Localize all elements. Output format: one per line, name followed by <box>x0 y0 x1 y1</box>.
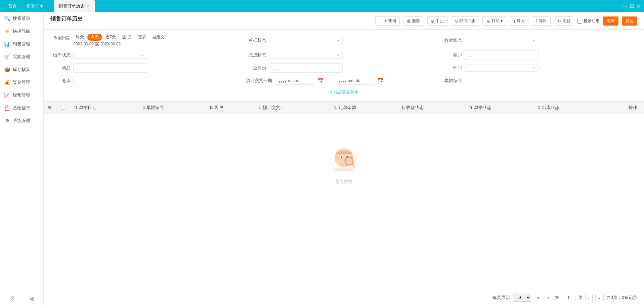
display-toggle-text: 显示明细 <box>584 18 600 24</box>
sidebar-item-sys-mgmt[interactable]: ⚙ 系统管理 <box>0 114 43 127</box>
table-header: ⚙ ⇅ 单据日期 ⇅ 单据编号 ⇅ 客户 <box>44 102 644 114</box>
query-button[interactable]: 查询 <box>603 16 618 26</box>
th-receipt-status-label: ⇅ 收款状态 <box>401 105 424 110</box>
tab-sales-order-close[interactable]: ✕ <box>46 4 49 8</box>
operation-mgmt-icon: 📈 <box>4 92 10 98</box>
th-doc-status[interactable]: ⇅ 单据状态 <box>465 102 533 114</box>
customer-input[interactable]: ... <box>465 50 539 60</box>
display-toggle-label[interactable]: 显示明细 <box>577 18 600 24</box>
tab-sales-order-history[interactable]: 销售订单历史 ✕ <box>54 0 95 12</box>
date-today-btn[interactable]: 今天 <box>87 34 102 41</box>
collapse-bar[interactable]: ∧ 收起更多条件 <box>50 87 637 97</box>
delivery-date-range: 📅 — 📅 <box>275 77 383 85</box>
sidebar-item-quick-nav[interactable]: ⚡ 快捷导航 <box>0 25 43 38</box>
sidebar-item-sales-mgmt-label: 销售管理 <box>13 41 30 47</box>
th-outbound-status[interactable]: ⇅ 出库状态 <box>533 102 601 114</box>
th-check[interactable] <box>57 102 70 114</box>
prev-page-button[interactable]: ‹ <box>545 294 552 301</box>
date-yesterday-btn[interactable]: 昨天 <box>73 34 87 41</box>
th-doc-status-label: ⇅ 单据状态 <box>469 105 491 110</box>
date-buttons: 昨天 今天 近7天 近1月 更多 自定义 <box>73 34 167 41</box>
dept-arrow-icon: ▾ <box>533 66 535 70</box>
th-delivery[interactable]: ⇅ 预计交货... <box>254 102 330 114</box>
collapse-label: ∧ 收起更多条件 <box>330 90 358 94</box>
filter-salesperson-item: 业务员 ... <box>246 63 441 73</box>
stop-button[interactable]: ⊘ 中止 <box>427 16 447 26</box>
filter-dept-item: 部门 ▾ <box>442 63 637 73</box>
import-button[interactable]: ⤵ 导入 <box>510 16 528 26</box>
table-body: 暂无数据 <box>44 114 644 212</box>
sidebar-item-basic-info[interactable]: 📋 基础信息 <box>0 102 43 114</box>
calendar-from-icon[interactable]: 📅 <box>318 78 324 83</box>
sidebar-item-operation-mgmt[interactable]: 📈 经营管理 <box>0 89 43 102</box>
sidebar-item-inventory-label: 库存核算 <box>13 67 30 73</box>
th-customer[interactable]: ⇅ 客户 <box>205 102 254 114</box>
dept-select[interactable]: ▾ <box>465 65 539 72</box>
tab-sales-order-history-label: 销售订单历史 <box>58 3 85 9</box>
filter-order-no-item: 单据编号 <box>442 76 637 85</box>
last-page-button[interactable]: » <box>595 294 604 301</box>
salesperson-input[interactable]: ... <box>269 63 343 73</box>
per-page-select[interactable]: 50 10 20 100 <box>513 294 531 302</box>
cancel-stop-button[interactable]: ⊘ 取消中止 <box>451 16 479 26</box>
tab-sales-order-history-close[interactable]: ✕ <box>87 4 90 8</box>
warehouse-input[interactable]: ... <box>73 76 147 85</box>
select-all-checkbox[interactable] <box>61 105 66 110</box>
tab-home-label: 首页 <box>8 3 17 9</box>
date-7days-btn[interactable]: 近7天 <box>103 34 119 41</box>
restore-icon[interactable]: □ <box>630 3 634 9</box>
dept-label: 部门 <box>442 65 462 71</box>
th-date[interactable]: ⇅ 单据日期 <box>70 102 138 114</box>
calendar-to-icon[interactable]: 📅 <box>378 78 383 83</box>
th-delivery-label: ⇅ 预计交货... <box>258 105 284 110</box>
page-unit: 页 <box>578 295 583 301</box>
tab-home[interactable]: 首页 <box>3 0 22 12</box>
filter-warehouse-item: 仓库 ... <box>50 76 246 85</box>
order-no-input[interactable] <box>465 79 539 82</box>
page-label: 第 <box>555 295 559 301</box>
th-no[interactable]: ⇅ 单据编号 <box>138 102 206 114</box>
delete-button[interactable]: 🗑 删除 <box>403 16 424 26</box>
minimize-icon[interactable]: — <box>622 3 628 9</box>
sidebar-item-inventory[interactable]: 📦 库存核算 <box>0 63 43 76</box>
page-input[interactable] <box>562 294 575 301</box>
complete-select[interactable]: ▾ <box>269 52 343 59</box>
delivery-date-to[interactable] <box>335 77 375 85</box>
th-gear[interactable]: ⚙ <box>44 102 57 114</box>
date-1month-btn[interactable]: 近1月 <box>119 34 135 41</box>
outbound-select[interactable]: ▾ <box>73 52 147 59</box>
print-button[interactable]: 🖨 打印 ▾ <box>482 16 506 26</box>
setting-button[interactable]: 设置 <box>622 16 637 26</box>
sidebar-collapse-icon[interactable]: ◀ <box>29 295 34 302</box>
sidebar-item-sales-mgmt[interactable]: 📊 销售管理 <box>0 38 43 50</box>
add-button[interactable]: ＋ + 新增 <box>375 16 399 26</box>
display-toggle-checkbox[interactable] <box>577 19 582 24</box>
print-icon: 🖨 <box>486 19 490 24</box>
content-area: 销售订单历史 ＋ + 新增 🗑 删除 ⊘ 中止 ⊘ <box>44 12 644 305</box>
filter-section: 单据日期 昨天 今天 近7天 近1月 更多 自定义 2023-06-02 至 2… <box>44 30 644 102</box>
delivery-date-from[interactable] <box>275 77 315 85</box>
sidebar-item-quick-nav-label: 快捷导航 <box>13 28 30 34</box>
close-icon[interactable]: ✕ <box>636 3 641 9</box>
filter-product-item: 商品 ... <box>50 63 246 73</box>
tabs-area: 首页 销售订单 ✕ 销售订单历史 ✕ <box>3 0 95 12</box>
sidebar-item-search-menu[interactable]: 🔍 搜索菜单 <box>0 12 43 25</box>
date-more-btn[interactable]: 更多 <box>135 34 149 41</box>
date-custom-btn[interactable]: 自定义 <box>149 34 167 41</box>
export-button[interactable]: ⤴ 导出 <box>532 16 551 26</box>
th-amount[interactable]: ⇅ 订单金额 <box>330 102 397 114</box>
first-page-button[interactable]: « <box>534 294 542 301</box>
refresh-button[interactable]: ↻ 刷新 <box>554 16 574 26</box>
doc-status-select[interactable]: ▾ <box>269 37 343 44</box>
next-page-button[interactable]: › <box>585 294 593 301</box>
product-input[interactable]: ... <box>73 63 147 73</box>
svg-line-7 <box>352 164 355 167</box>
receipt-status-select[interactable]: ▾ <box>465 37 539 44</box>
sidebar-item-purchase-mgmt[interactable]: 🛒 采购管理 <box>0 50 43 63</box>
sidebar-item-capital-mgmt[interactable]: 💰 资金管理 <box>0 76 43 89</box>
tab-sales-order[interactable]: 销售订单 ✕ <box>22 0 54 12</box>
sidebar-settings-icon[interactable]: ⚙ <box>10 295 15 302</box>
th-receipt-status[interactable]: ⇅ 收款状态 <box>397 102 465 114</box>
complete-label: 完成状态 <box>246 52 266 58</box>
receipt-status-arrow-icon: ▾ <box>533 39 535 42</box>
